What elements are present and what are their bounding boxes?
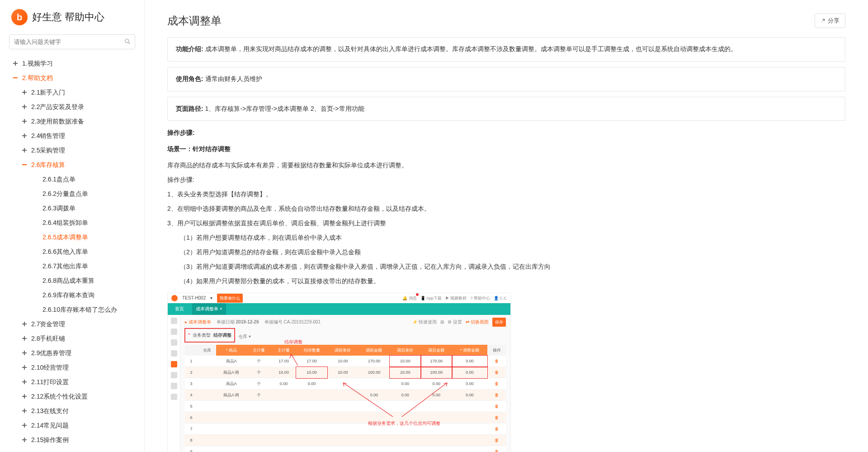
nav-label: 2.5采购管理 (31, 143, 65, 157)
plus-icon (20, 437, 28, 442)
ss-side-icon (171, 372, 177, 378)
intro-box: 功能介绍: 成本调整单，用来实现对商品结存成本的调整，以及针对具体的出入库单进行… (167, 37, 845, 62)
nav-label: 2.10经营管理 (31, 360, 69, 375)
nav-item[interactable]: 2.6.10库存账本错了怎么办 (0, 302, 144, 317)
nav-label: 2.6.4组装拆卸单 (42, 215, 88, 230)
nav-item[interactable]: 2.2产品安装及登录 (0, 100, 144, 114)
page-title: 成本调整单 (167, 14, 222, 28)
nav-item[interactable]: 2.帮助文档 (0, 71, 144, 85)
plus-icon (20, 365, 28, 370)
nav-item[interactable]: 2.6.2分量盘点单 (0, 186, 144, 201)
nav-item[interactable]: 2.6库存核算 (0, 157, 144, 172)
step-3d: （4）如果用户只调整部分数量的成本，可以直接修改带出的结存数量。 (167, 275, 845, 287)
nav-item[interactable]: 2.3使用前数据准备 (0, 114, 144, 128)
nav-label: 2.3使用前数据准备 (31, 114, 84, 128)
nav-label: 2.1新手入门 (31, 85, 65, 100)
ss-sidebar (168, 315, 180, 452)
nav-item[interactable]: 2.11打印设置 (0, 375, 144, 389)
nav-label: 2.6.3调拨单 (42, 201, 75, 215)
ss-tab-active: 成本调整单 × (192, 303, 226, 315)
plus-icon (20, 119, 28, 124)
path-box: 页面路径: 1、库存核算->库存管理->成本调整单 2、首页->常用功能 (167, 97, 845, 121)
nav-label: 2.2产品安装及登录 (31, 100, 84, 114)
nav-item[interactable]: 2.7资金管理 (0, 317, 144, 331)
plus-icon (20, 104, 28, 109)
plus-icon (20, 147, 28, 153)
nav-label: 2.6.9库存账本查询 (42, 288, 94, 302)
minus-icon (20, 162, 28, 167)
nav-item[interactable]: 2.6.7其他出库单 (0, 259, 144, 273)
nav-item[interactable]: 2.4销售管理 (0, 128, 144, 143)
nav-item[interactable]: 2.9优惠券管理 (0, 346, 144, 360)
nav-label: 2.7资金管理 (31, 317, 65, 331)
ss-help: ? 帮助中心 (470, 294, 490, 302)
nav-label: 2.6.6其他入库单 (42, 244, 88, 259)
nav-label: 2.8手机旺铺 (31, 331, 65, 346)
nav-item[interactable]: 1.视频学习 (0, 56, 144, 71)
nav-item[interactable]: 2.8手机旺铺 (0, 331, 144, 346)
article-body: 操作步骤: 场景一：针对结存调整 库存商品的结存成本与实际成本有差异，需要根据结… (167, 126, 845, 452)
nav-item[interactable]: 2.6.4组装拆卸单 (0, 215, 144, 230)
nav-label: 2.15操作案例 (31, 433, 69, 447)
nav-label: 2.6.2分量盘点单 (42, 186, 88, 201)
nav-item[interactable]: 2.6.5成本调整单 (0, 230, 144, 244)
role-text: 通常由财务人员维护 (205, 75, 262, 82)
bell-icon: 🔔 消息 (402, 294, 417, 302)
search-box (9, 34, 135, 49)
nav-item[interactable]: 2.6.8商品成本重算 (0, 273, 144, 288)
nav-label: 1.视频学习 (22, 56, 53, 71)
search-input[interactable] (9, 34, 135, 49)
nav-item[interactable]: 2.6.3调拨单 (0, 201, 144, 215)
site-title: 好生意 帮助中心 (32, 10, 104, 24)
path-text: 1、库存核算->库存管理->成本调整单 2、首页->常用功能 (205, 105, 364, 112)
ss-side-icon (171, 318, 177, 324)
step-3a: （1）若用户想要调整结存成本，则在调后单价中录入成本 (167, 231, 845, 244)
plus-icon (20, 379, 28, 385)
title-row: 成本调整单 分享 (167, 14, 845, 28)
nav-item[interactable]: 2.6.6其他入库单 (0, 244, 144, 259)
plus-icon (20, 350, 28, 356)
nav-item[interactable]: 2.10经营管理 (0, 360, 144, 375)
nav-label: 2.6库存核算 (31, 157, 65, 172)
logo-icon: b (11, 9, 28, 25)
nav-label: 2.6.5成本调整单 (42, 230, 88, 244)
nav-tree: 1.视频学习2.帮助文档2.1新手入门2.2产品安装及登录2.3使用前数据准备2… (0, 56, 144, 447)
ops-heading: 操作步骤: (167, 126, 845, 139)
nav-item[interactable]: 2.5采购管理 (0, 143, 144, 157)
nav-item[interactable]: 2.14常见问题 (0, 418, 144, 433)
share-icon (821, 18, 826, 24)
main-content: 成本调整单 分享 功能介绍: 成本调整单，用来实现对商品结存成本的调整，以及针对… (145, 0, 868, 452)
intro-label: 功能介绍: (176, 45, 205, 52)
share-button[interactable]: 分享 (815, 14, 845, 28)
ss-side-icon-active (171, 361, 177, 367)
nav-label: 2.14常见问题 (31, 418, 69, 433)
ss-topbar: TEST-H002 ▾ 我要做什么 🔔 消息 📱 App下载 ▶ 视频教程 ? … (168, 293, 510, 303)
step-3c: （3）若用户知道要调增或调减的成本差值，则在调整金额中录入差值，调增录入正值，记… (167, 260, 845, 273)
nav-label: 2.6.8商品成本重算 (42, 273, 94, 288)
ss-annotation-2: 根据业务需求，这几个位总均可调整 (368, 419, 440, 428)
ss-video: ▶ 视频教程 (445, 294, 467, 302)
step-2: 2、在明细中选择要调整的商品及仓库，系统会自动带出结存数量和结存金额，以及结存成… (167, 202, 845, 215)
role-box: 使用角色: 通常由财务人员维护 (167, 67, 845, 91)
nav-label: 2.13在线支付 (31, 404, 69, 418)
nav-item[interactable]: 2.1新手入门 (0, 85, 144, 100)
role-label: 使用角色: (176, 75, 205, 82)
step-3: 3、用户可以根据调整依据直接在调后单价、调后金额、调整金额列上进行调整 (167, 217, 845, 229)
ss-side-icon (171, 383, 177, 389)
ss-action-btn: 我要做什么 (217, 294, 243, 303)
nav-item[interactable]: 2.12系统个性化设置 (0, 389, 144, 404)
nav-label: 2.11打印设置 (31, 375, 69, 389)
nav-item[interactable]: 2.15操作案例 (0, 433, 144, 447)
embedded-screenshot: TEST-H002 ▾ 我要做什么 🔔 消息 📱 App下载 ▶ 视频教程 ? … (167, 293, 511, 452)
plus-icon (20, 90, 28, 95)
ss-app: 📱 App下载 (420, 294, 442, 302)
logo-area: b 好生意 帮助中心 (0, 9, 144, 34)
nav-item[interactable]: 2.6.9库存账本查询 (0, 288, 144, 302)
scene-desc: 库存商品的结存成本与实际成本有差异，需要根据结存数量和实际单位成本进行调整。 (167, 159, 845, 171)
nav-item[interactable]: 2.6.1盘点单 (0, 172, 144, 186)
nav-item[interactable]: 2.13在线支付 (0, 404, 144, 418)
minus-icon (11, 75, 19, 81)
ss-side-icon (171, 394, 177, 400)
step-1: 1、表头业务类型选择【结存调整】。 (167, 188, 845, 200)
ss-logo-icon (171, 295, 178, 301)
